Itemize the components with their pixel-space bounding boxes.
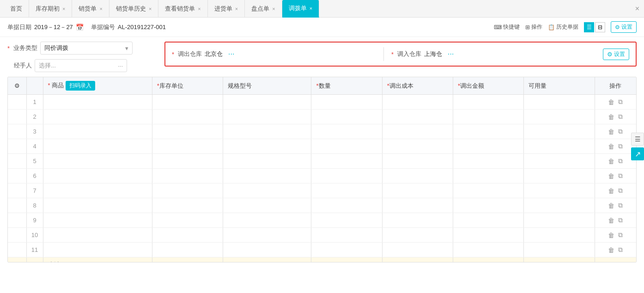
row-unit-cell[interactable] (152, 169, 223, 183)
delete-row-icon[interactable]: 🗑 (608, 128, 614, 135)
float-list-btn[interactable]: ☰ (631, 133, 644, 146)
row-amount-cell[interactable] (453, 110, 523, 124)
row-qty-cell[interactable] (311, 213, 382, 228)
row-qty-cell[interactable] (311, 183, 382, 198)
delete-row-icon[interactable]: 🗑 (608, 202, 614, 209)
row-product-cell[interactable] (43, 124, 152, 139)
row-unit-cell[interactable] (152, 198, 223, 213)
row-product-cell[interactable] (43, 213, 152, 228)
window-close-button[interactable]: × (635, 5, 639, 13)
row-cost-cell[interactable] (382, 124, 453, 139)
row-spec-cell[interactable] (223, 95, 311, 110)
warehouse-settings[interactable]: ⚙ 设置 (603, 49, 629, 60)
delete-row-icon[interactable]: 🗑 (608, 158, 614, 165)
copy-row-icon[interactable]: ⧉ (618, 187, 623, 195)
row-cost-cell[interactable] (382, 169, 453, 183)
tab-stocktake[interactable]: 盘点单 × (245, 0, 282, 18)
delete-row-icon[interactable]: 🗑 (608, 232, 614, 239)
calendar-icon[interactable]: 📅 (76, 24, 84, 31)
settings-button[interactable]: ⚙ 设置 (611, 21, 637, 33)
row-cost-cell[interactable] (382, 213, 453, 228)
row-product-cell[interactable] (43, 95, 152, 110)
delete-row-icon[interactable]: 🗑 (608, 98, 614, 106)
row-unit-cell[interactable] (152, 124, 223, 139)
row-unit-cell[interactable] (152, 110, 223, 124)
row-spec-cell[interactable] (223, 139, 311, 154)
row-amount-cell[interactable] (453, 154, 523, 169)
row-qty-cell[interactable] (311, 139, 382, 154)
history-button[interactable]: 📋 历史单据 (548, 23, 578, 31)
row-cost-cell[interactable] (382, 243, 453, 257)
source-warehouse-value[interactable]: 北京仓 (205, 50, 223, 58)
row-product-cell[interactable] (43, 198, 152, 213)
row-spec-cell[interactable] (223, 110, 311, 124)
row-amount-cell[interactable] (453, 124, 523, 139)
row-product-cell[interactable] (43, 169, 152, 183)
row-unit-cell[interactable] (152, 95, 223, 110)
row-spec-cell[interactable] (223, 154, 311, 169)
row-amount-cell[interactable] (453, 213, 523, 228)
row-product-cell[interactable] (43, 228, 152, 243)
row-amount-cell[interactable] (453, 198, 523, 213)
tab-inventory-init[interactable]: 库存期初 × (29, 0, 72, 18)
tab-transfer-close[interactable]: × (310, 6, 312, 11)
copy-row-icon[interactable]: ⧉ (618, 98, 623, 106)
subtotal-copy-icon[interactable]: ⧉ (618, 261, 623, 262)
tab-sales-hist-close[interactable]: × (149, 6, 152, 12)
delete-row-icon[interactable]: 🗑 (608, 113, 614, 121)
scan-button[interactable]: 扫码录入 (66, 81, 95, 91)
row-unit-cell[interactable] (152, 243, 223, 257)
row-cost-cell[interactable] (382, 183, 453, 198)
row-amount-cell[interactable] (453, 228, 523, 243)
delete-row-icon[interactable]: 🗑 (608, 172, 614, 180)
date-value[interactable]: 2019－12－27 (34, 23, 73, 31)
copy-row-icon[interactable]: ⧉ (618, 157, 623, 165)
tab-purchase[interactable]: 进货单 × (208, 0, 245, 18)
row-amount-cell[interactable] (453, 95, 523, 110)
row-cost-cell[interactable] (382, 198, 453, 213)
row-qty-cell[interactable] (311, 95, 382, 110)
copy-row-icon[interactable]: ⧉ (618, 216, 623, 224)
row-qty-cell[interactable] (311, 110, 382, 124)
row-spec-cell[interactable] (223, 169, 311, 183)
row-qty-cell[interactable] (311, 154, 382, 169)
copy-row-icon[interactable]: ⧉ (618, 172, 623, 180)
row-product-cell[interactable] (43, 154, 152, 169)
copy-row-icon[interactable]: ⧉ (618, 113, 623, 121)
row-unit-cell[interactable] (152, 154, 223, 169)
row-product-cell[interactable] (43, 139, 152, 154)
delete-row-icon[interactable]: 🗑 (608, 217, 614, 224)
delete-row-icon[interactable]: 🗑 (608, 143, 614, 150)
row-spec-cell[interactable] (223, 198, 311, 213)
row-product-cell[interactable] (43, 183, 152, 198)
row-product-cell[interactable] (43, 110, 152, 124)
tab-purchase-close[interactable]: × (235, 6, 238, 12)
grid-view-split[interactable]: ⊟ (595, 22, 605, 32)
row-qty-cell[interactable] (311, 228, 382, 243)
row-cost-cell[interactable] (382, 95, 453, 110)
tab-stocktake-close[interactable]: × (272, 6, 275, 12)
row-cost-cell[interactable] (382, 110, 453, 124)
copy-row-icon[interactable]: ⧉ (618, 246, 623, 254)
row-unit-cell[interactable] (152, 228, 223, 243)
float-export-btn[interactable]: ↗ (631, 147, 644, 160)
row-cost-cell[interactable] (382, 228, 453, 243)
row-spec-cell[interactable] (223, 183, 311, 198)
tab-sales-close[interactable]: × (99, 6, 102, 12)
row-spec-cell[interactable] (223, 124, 311, 139)
row-qty-cell[interactable] (311, 169, 382, 183)
row-unit-cell[interactable] (152, 213, 223, 228)
biz-type-select[interactable]: 同价调拨 ▾ (40, 42, 133, 55)
tab-home[interactable]: 首页 (4, 0, 29, 18)
copy-row-icon[interactable]: ⧉ (618, 142, 623, 150)
target-warehouse-value[interactable]: 上海仓 (424, 50, 442, 58)
row-product-cell[interactable] (43, 243, 152, 257)
row-cost-cell[interactable] (382, 139, 453, 154)
copy-row-icon[interactable]: ⧉ (618, 231, 623, 239)
subtotal-delete-icon[interactable]: 🗑 (608, 261, 614, 262)
delete-row-icon[interactable]: 🗑 (608, 246, 614, 254)
row-cost-cell[interactable] (382, 154, 453, 169)
tab-view-sales-close[interactable]: × (198, 6, 200, 12)
row-qty-cell[interactable] (311, 198, 382, 213)
ops-button[interactable]: ⊞ 操作 (525, 23, 542, 31)
